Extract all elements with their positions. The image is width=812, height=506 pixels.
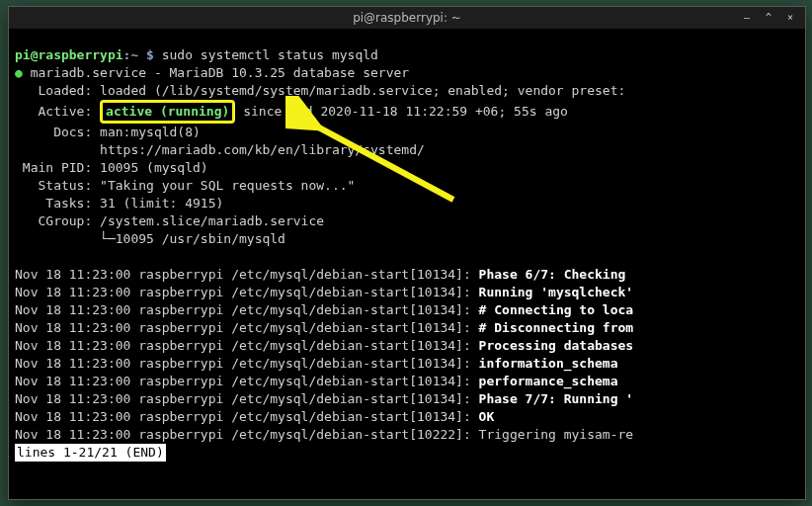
window-minimize-button[interactable]: – bbox=[738, 9, 756, 27]
terminal-window: pi@raspberrypi: ~ – ^ × pi@raspberrypi:~… bbox=[8, 6, 806, 500]
docs-line-1: Docs: man:mysqld(8) bbox=[15, 125, 201, 139]
main-pid-line: Main PID: 10095 (mysqld) bbox=[15, 160, 208, 175]
terminal-body[interactable]: pi@raspberrypi:~ $ sudo systemctl status… bbox=[9, 29, 805, 499]
log-line: Nov 18 11:23:00 raspberrypi /etc/mysql/d… bbox=[15, 267, 479, 282]
cgroup-process-line: 10095 /usr/sbin/mysqld bbox=[116, 231, 285, 246]
log-bold: performance_schema bbox=[479, 374, 618, 388]
log-bold: # Disconnecting from bbox=[479, 320, 634, 335]
active-running-text: active (running) bbox=[106, 104, 229, 119]
log-line: Nov 18 11:23:00 raspberrypi /etc/mysql/d… bbox=[15, 427, 479, 442]
prompt-dollar: $ bbox=[138, 47, 161, 62]
log-bold: OK bbox=[479, 409, 495, 424]
pager-status-line: lines 1-21/21 (END) bbox=[15, 444, 166, 462]
status-line: Status: "Taking your SQL requests now...… bbox=[15, 178, 355, 193]
annotation-highlight-box: active (running) bbox=[100, 100, 235, 124]
log-plain-tail: Triggering myisam-re bbox=[479, 427, 634, 442]
window-close-button[interactable]: × bbox=[781, 9, 799, 27]
log-bold: Phase 7/7: Running ' bbox=[479, 391, 634, 406]
log-bold: Phase 6/7: Checking bbox=[479, 267, 626, 282]
log-line: Nov 18 11:23:00 raspberrypi /etc/mysql/d… bbox=[15, 409, 479, 424]
window-titlebar: pi@raspberrypi: ~ – ^ × bbox=[9, 7, 805, 29]
window-maximize-button[interactable]: ^ bbox=[760, 9, 777, 27]
log-line: Nov 18 11:23:00 raspberrypi /etc/mysql/d… bbox=[15, 320, 479, 335]
docs-line-2: https://mariadb.com/kb/en/library/system… bbox=[15, 142, 425, 157]
log-line: Nov 18 11:23:00 raspberrypi /etc/mysql/d… bbox=[15, 302, 479, 317]
tasks-line: Tasks: 31 (limit: 4915) bbox=[15, 196, 223, 211]
active-dot-icon: ● bbox=[15, 65, 23, 80]
cgroup-tree-icon: └─ bbox=[15, 231, 116, 246]
loaded-line: Loaded: loaded (/lib/systemd/system/mari… bbox=[15, 83, 625, 98]
active-since-text: since Wed 2020-11-18 11:22:59 +06; 55s a… bbox=[235, 104, 568, 119]
unit-name-line: mariadb.service - MariaDB 10.3.25 databa… bbox=[23, 65, 409, 80]
log-bold: information_schema bbox=[479, 356, 618, 371]
window-title: pi@raspberrypi: ~ bbox=[9, 9, 805, 27]
log-line: Nov 18 11:23:00 raspberrypi /etc/mysql/d… bbox=[15, 391, 479, 406]
log-bold: Processing databases bbox=[479, 338, 634, 353]
log-bold: Running 'mysqlcheck' bbox=[479, 285, 634, 299]
active-label: Active: bbox=[15, 104, 100, 119]
log-line: Nov 18 11:23:00 raspberrypi /etc/mysql/d… bbox=[15, 356, 479, 371]
log-bold: # Connecting to loca bbox=[479, 302, 634, 317]
log-line: Nov 18 11:23:00 raspberrypi /etc/mysql/d… bbox=[15, 338, 479, 353]
window-controls: – ^ × bbox=[738, 9, 799, 27]
command-text: sudo systemctl status mysqld bbox=[162, 47, 378, 62]
cgroup-line: CGroup: /system.slice/mariadb.service bbox=[15, 213, 324, 228]
log-line: Nov 18 11:23:00 raspberrypi /etc/mysql/d… bbox=[15, 285, 479, 299]
log-line: Nov 18 11:23:00 raspberrypi /etc/mysql/d… bbox=[15, 374, 479, 388]
prompt-user-host: pi@raspberrypi bbox=[15, 47, 123, 62]
